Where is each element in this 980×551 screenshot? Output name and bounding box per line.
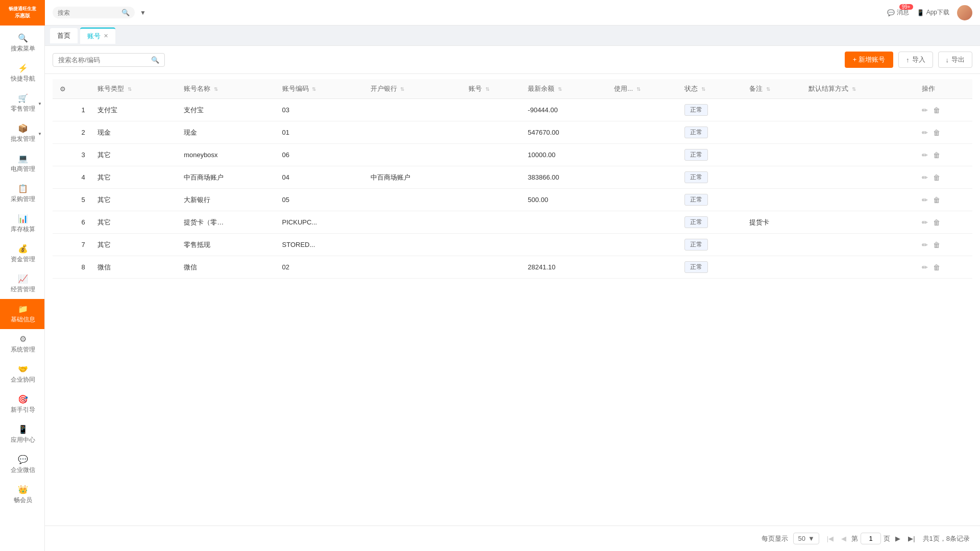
table-area: ⚙ 账号类型 ⇅ 账号名称 ⇅ 账号编码 ⇅ 开户银行 ⇅ 账号 ⇅ 最新余额 … bbox=[45, 74, 980, 525]
sidebar-item-ecommerce[interactable]: 💻 电商管理 bbox=[0, 148, 44, 179]
row-type: 其它 bbox=[93, 166, 180, 189]
page-prev-button[interactable]: ◀ bbox=[839, 533, 849, 544]
action-icons: ✏ 🗑 bbox=[922, 173, 968, 182]
page-number-input[interactable] bbox=[861, 533, 881, 544]
delete-icon[interactable]: 🗑 bbox=[933, 241, 940, 249]
delete-icon[interactable]: 🗑 bbox=[933, 151, 940, 159]
global-search-input[interactable] bbox=[58, 9, 119, 16]
sidebar-item-label: 新手引导 bbox=[11, 406, 35, 414]
row-name: 现金 bbox=[180, 121, 278, 144]
toolbar: 🔍 + 新增账号 ↑ 导入 ↓ 导出 bbox=[45, 46, 980, 74]
delete-icon[interactable]: 🗑 bbox=[933, 173, 940, 182]
row-action: ✏ 🗑 bbox=[918, 121, 972, 144]
row-action: ✏ 🗑 bbox=[918, 256, 972, 279]
account-search-box[interactable]: 🔍 bbox=[53, 53, 165, 67]
page-first-button[interactable]: |◀ bbox=[824, 533, 836, 544]
import-button[interactable]: ↑ 导入 bbox=[898, 52, 933, 68]
global-search-box[interactable]: 🔍 bbox=[53, 7, 135, 18]
delete-icon[interactable]: 🗑 bbox=[933, 218, 940, 227]
row-bank bbox=[366, 144, 464, 166]
logo-text-line2: 乐惠版 bbox=[15, 12, 30, 19]
col-remark[interactable]: 备注 ⇅ bbox=[745, 79, 804, 99]
sidebar-item-label: 搜索菜单 bbox=[11, 44, 35, 53]
message-icon: 💬 bbox=[887, 9, 895, 16]
row-action: ✏ 🗑 bbox=[918, 99, 972, 121]
account-search-input[interactable] bbox=[58, 56, 149, 64]
sidebar-item-corp_wechat[interactable]: 💬 企业微信 bbox=[0, 449, 44, 480]
sidebar-nav: 🔍 搜索菜单 ⚡ 快捷导航 🛒 零售管理 ▼ 📦 批发管理 ▼ 💻 电商管理 📋… bbox=[0, 26, 44, 551]
user-avatar[interactable] bbox=[957, 5, 972, 20]
row-type: 微信 bbox=[93, 256, 180, 279]
sidebar-item-corp_agreement[interactable]: 🤝 企业协同 bbox=[0, 359, 44, 389]
row-default-method bbox=[804, 99, 918, 121]
page-last-button[interactable]: ▶| bbox=[905, 533, 917, 544]
app_center-icon: 📱 bbox=[18, 424, 28, 434]
dropdown-button[interactable]: ▼ bbox=[140, 9, 146, 16]
delete-icon[interactable]: 🗑 bbox=[933, 196, 940, 204]
export-button[interactable]: ↓ 导出 bbox=[938, 52, 973, 68]
delete-icon[interactable]: 🗑 bbox=[933, 263, 940, 271]
row-default-method bbox=[804, 211, 918, 234]
tab-account-close[interactable]: ✕ bbox=[104, 33, 108, 39]
sidebar-item-purchase[interactable]: 📋 采购管理 bbox=[0, 179, 44, 209]
top-header-right: 💬 消息 99+ 📱 App下载 bbox=[887, 5, 972, 20]
row-num: 2 bbox=[73, 121, 93, 144]
sidebar-item-wholesale[interactable]: 📦 批发管理 ▼ bbox=[0, 118, 44, 148]
col-bank[interactable]: 开户银行 ⇅ bbox=[366, 79, 464, 99]
app-download-label: App下载 bbox=[926, 8, 949, 17]
delete-icon[interactable]: 🗑 bbox=[933, 129, 940, 137]
row-remark bbox=[745, 256, 804, 279]
col-account[interactable]: 账号 ⇅ bbox=[464, 79, 524, 99]
sidebar-item-member[interactable]: 👑 畅会员 bbox=[0, 480, 44, 510]
row-usage bbox=[610, 211, 680, 234]
row-account bbox=[464, 99, 524, 121]
edit-icon[interactable]: ✏ bbox=[922, 263, 928, 271]
col-default-method[interactable]: 默认结算方式 ⇅ bbox=[804, 79, 918, 99]
col-settings[interactable]: ⚙ bbox=[53, 79, 73, 99]
row-num: 7 bbox=[73, 234, 93, 256]
top-header: 🔍 ▼ 💬 消息 99+ 📱 App下载 bbox=[45, 0, 980, 26]
per-page-select[interactable]: 50 ▼ bbox=[793, 533, 819, 544]
col-balance[interactable]: 最新余额 ⇅ bbox=[524, 79, 610, 99]
sidebar-item-shortcut[interactable]: ⚡ 快捷导航 bbox=[0, 58, 44, 88]
row-account bbox=[464, 189, 524, 211]
tab-account-label: 账号 bbox=[87, 32, 101, 41]
row-usage bbox=[610, 166, 680, 189]
sidebar-item-inventory[interactable]: 📊 库存核算 bbox=[0, 209, 44, 239]
sidebar-item-search[interactable]: 🔍 搜索菜单 bbox=[0, 28, 44, 58]
sidebar-item-retail[interactable]: 🛒 零售管理 ▼ bbox=[0, 88, 44, 118]
sidebar-item-system[interactable]: ⚙ 系统管理 bbox=[0, 329, 44, 359]
row-code: STORED... bbox=[278, 234, 366, 256]
col-name[interactable]: 账号名称 ⇅ bbox=[180, 79, 278, 99]
tab-bar: 首页 账号 ✕ bbox=[45, 26, 980, 46]
delete-icon[interactable]: 🗑 bbox=[933, 106, 940, 114]
add-account-button[interactable]: + 新增账号 bbox=[845, 52, 893, 68]
tab-account[interactable]: 账号 ✕ bbox=[80, 28, 115, 44]
sidebar-item-finance[interactable]: 💰 资金管理 bbox=[0, 239, 44, 269]
edit-icon[interactable]: ✏ bbox=[922, 151, 928, 159]
edit-icon[interactable]: ✏ bbox=[922, 218, 928, 227]
sidebar-item-label: 采购管理 bbox=[11, 195, 35, 204]
edit-icon[interactable]: ✏ bbox=[922, 129, 928, 137]
tab-home[interactable]: 首页 bbox=[50, 28, 78, 43]
col-type[interactable]: 账号类型 ⇅ bbox=[93, 79, 180, 99]
col-usage[interactable]: 使用... ⇅ bbox=[610, 79, 680, 99]
row-type: 其它 bbox=[93, 144, 180, 166]
page-next-button[interactable]: ▶ bbox=[893, 533, 903, 544]
app-download-button[interactable]: 📱 App下载 bbox=[917, 8, 949, 17]
sidebar-item-app_center[interactable]: 📱 应用中心 bbox=[0, 419, 44, 449]
message-button[interactable]: 💬 消息 99+ bbox=[887, 8, 909, 17]
edit-icon[interactable]: ✏ bbox=[922, 196, 928, 204]
sidebar-item-label: 电商管理 bbox=[11, 165, 35, 173]
col-code[interactable]: 账号编码 ⇅ bbox=[278, 79, 366, 99]
edit-icon[interactable]: ✏ bbox=[922, 241, 928, 249]
sidebar-item-operation[interactable]: 📈 经营管理 bbox=[0, 269, 44, 299]
edit-icon[interactable]: ✏ bbox=[922, 173, 928, 182]
edit-icon[interactable]: ✏ bbox=[922, 106, 928, 114]
sidebar-item-basic[interactable]: 📁 基础信息 bbox=[0, 299, 44, 329]
sidebar-item-newbie[interactable]: 🎯 新手引导 bbox=[0, 389, 44, 419]
row-name: 大新银行 bbox=[180, 189, 278, 211]
search-icon: 🔍 bbox=[18, 33, 28, 43]
col-status[interactable]: 状态 ⇅ bbox=[680, 79, 745, 99]
row-action: ✏ 🗑 bbox=[918, 144, 972, 166]
